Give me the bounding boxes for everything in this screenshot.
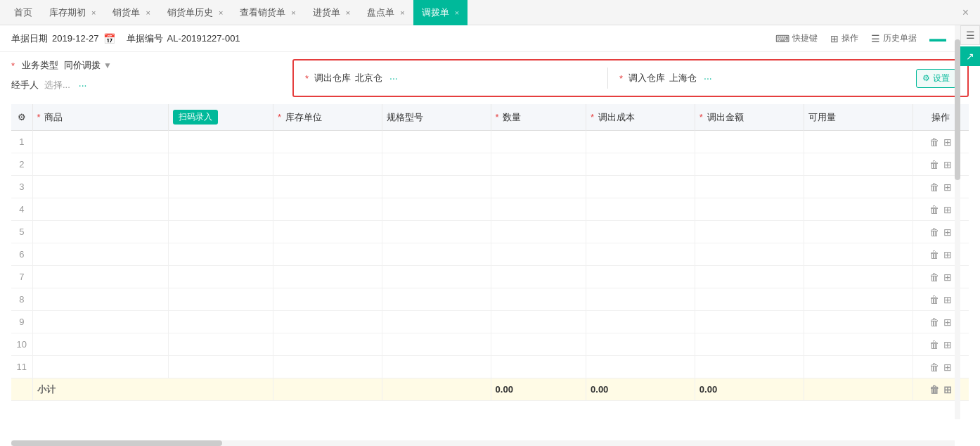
row-product[interactable] [32,243,169,266]
row-spec[interactable] [382,243,491,266]
tab-sales-history-close[interactable]: × [219,8,223,17]
sidebar-list-btn[interactable]: ☰ [960,25,980,45]
delete-icon[interactable]: 🗑 [929,136,939,148]
delete-icon[interactable]: 🗑 [929,362,939,373]
row-amount[interactable] [695,311,804,333]
row-available[interactable] [804,221,913,243]
delete-icon[interactable]: 🗑 [929,249,939,260]
handler-placeholder[interactable]: 选择... [44,79,70,91]
copy-icon[interactable]: ⊞ [943,339,952,350]
row-unit[interactable] [273,356,382,378]
row-available[interactable] [804,288,913,311]
scan-button[interactable]: 扫码录入 [173,110,218,125]
copy-icon[interactable]: ⊞ [943,136,952,148]
th-settings[interactable]: ⚙ [11,104,32,131]
copy-icon[interactable]: ⊞ [943,249,952,260]
tab-stocktake[interactable]: 盘点单 × [359,0,413,25]
subtotal-delete-icon[interactable]: 🗑 [929,384,939,395]
tab-sales-order-close[interactable]: × [146,8,150,17]
row-cost[interactable] [586,333,695,356]
tab-view-sales[interactable]: 查看销货单 × [231,0,304,25]
row-spec[interactable] [382,221,491,243]
delete-icon[interactable]: 🗑 [929,272,939,283]
layout-btn1[interactable]: ▬▬ [927,32,949,45]
row-cost[interactable] [586,176,695,198]
row-qty[interactable] [491,198,586,221]
row-available[interactable] [804,311,913,333]
row-available[interactable] [804,176,913,198]
row-qty[interactable] [491,221,586,243]
row-cost[interactable] [586,198,695,221]
row-product[interactable] [32,333,169,356]
handler-more-btn[interactable]: ··· [76,79,90,91]
row-product[interactable] [32,131,169,153]
transfer-out-value[interactable]: 北京仓 [355,72,382,84]
sidebar-export-btn[interactable]: ↗ [960,46,980,66]
row-amount[interactable] [695,288,804,311]
row-unit[interactable] [273,333,382,356]
row-available[interactable] [804,153,913,176]
bottom-scrollbar[interactable] [11,440,955,446]
tab-purchase-close[interactable]: × [346,8,350,17]
row-amount[interactable] [695,356,804,378]
row-spec[interactable] [382,198,491,221]
row-cost[interactable] [586,356,695,378]
subtotal-copy-icon[interactable]: ⊞ [943,384,952,395]
row-amount[interactable] [695,198,804,221]
row-amount[interactable] [695,176,804,198]
row-unit[interactable] [273,131,382,153]
transfer-in-value[interactable]: 上海仓 [669,72,697,84]
row-amount[interactable] [695,333,804,356]
row-cost[interactable] [586,266,695,288]
copy-icon[interactable]: ⊞ [943,272,952,283]
copy-icon[interactable]: ⊞ [943,181,952,193]
column-settings-icon[interactable]: ⚙ [18,112,26,122]
row-spec[interactable] [382,131,491,153]
row-product[interactable] [32,356,169,378]
row-spec[interactable] [382,153,491,176]
row-unit[interactable] [273,288,382,311]
history-btn[interactable]: ☰ 历史单据 [868,31,920,46]
row-available[interactable] [804,243,913,266]
scrollbar-thumb[interactable] [955,39,960,180]
row-product[interactable] [32,176,169,198]
shortcut-btn[interactable]: ⌨ 快捷键 [773,31,820,46]
row-product[interactable] [32,266,169,288]
calendar-icon[interactable]: 📅 [103,33,115,44]
row-amount[interactable] [695,266,804,288]
tab-home[interactable]: 首页 [6,0,41,25]
row-unit[interactable] [273,221,382,243]
delete-icon[interactable]: 🗑 [929,227,939,238]
row-product[interactable] [32,311,169,333]
tab-transfer[interactable]: 调拨单 × [413,0,468,25]
row-amount[interactable] [695,221,804,243]
row-available[interactable] [804,131,913,153]
row-qty[interactable] [491,243,586,266]
row-qty[interactable] [491,356,586,378]
row-spec[interactable] [382,333,491,356]
delete-icon[interactable]: 🗑 [929,204,939,215]
scrollbar-track[interactable] [955,25,960,419]
row-available[interactable] [804,198,913,221]
row-unit[interactable] [273,176,382,198]
row-amount[interactable] [695,153,804,176]
transfer-out-more-btn[interactable]: ··· [387,72,401,84]
copy-icon[interactable]: ⊞ [943,159,952,170]
row-cost[interactable] [586,153,695,176]
row-qty[interactable] [491,311,586,333]
row-available[interactable] [804,356,913,378]
tab-inventory-init-close[interactable]: × [91,8,96,17]
delete-icon[interactable]: 🗑 [929,159,939,170]
row-available[interactable] [804,333,913,356]
row-available[interactable] [804,266,913,288]
transfer-in-more-btn[interactable]: ··· [701,72,715,84]
row-amount[interactable] [695,131,804,153]
window-close-button[interactable]: × [957,6,974,19]
delete-icon[interactable]: 🗑 [929,339,939,350]
row-spec[interactable] [382,356,491,378]
row-spec[interactable] [382,266,491,288]
row-qty[interactable] [491,266,586,288]
row-cost[interactable] [586,221,695,243]
row-qty[interactable] [491,176,586,198]
row-unit[interactable] [273,266,382,288]
